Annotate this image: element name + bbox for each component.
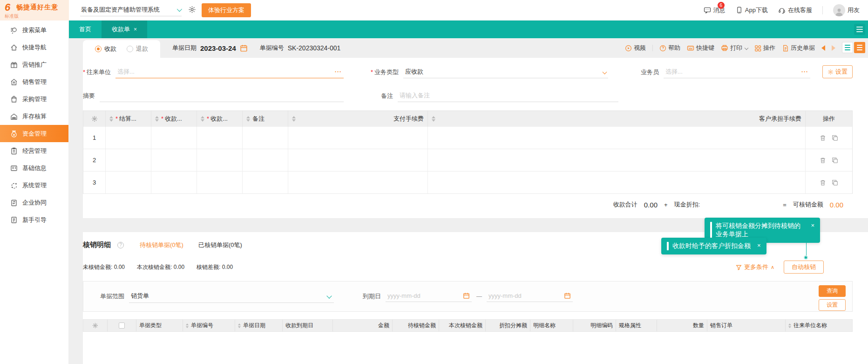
help-icon[interactable]: ? bbox=[117, 242, 124, 248]
sidebar-item-purchase[interactable]: 采购管理 bbox=[0, 90, 68, 108]
close-icon[interactable]: × bbox=[757, 242, 761, 249]
more-filters-link[interactable]: 更多条件 ∧ bbox=[736, 263, 774, 271]
print-button[interactable]: 打印 bbox=[721, 44, 748, 52]
cell[interactable] bbox=[428, 172, 806, 193]
select-all-checkbox[interactable] bbox=[119, 323, 125, 329]
sidebar-item-collaboration[interactable]: 企业协同 bbox=[0, 194, 68, 211]
sidebar-item-system[interactable]: 系统管理 bbox=[0, 177, 68, 194]
cell[interactable] bbox=[288, 172, 428, 193]
cell[interactable] bbox=[106, 149, 151, 171]
col-detail-code[interactable]: 明细编码 bbox=[573, 320, 616, 331]
cell[interactable] bbox=[288, 149, 428, 171]
tab-close-icon[interactable]: × bbox=[134, 26, 137, 33]
doc-date-value[interactable]: 2023-03-24 bbox=[200, 44, 236, 52]
sort-icon[interactable] bbox=[109, 116, 113, 122]
more-icon[interactable]: ··· bbox=[801, 69, 808, 75]
sidebar-item-beginner-guide[interactable]: 新手引导 bbox=[0, 211, 68, 228]
col-doc-no[interactable]: 单据编号 bbox=[183, 320, 235, 331]
col-doc-date[interactable]: 单据日期 bbox=[235, 320, 283, 331]
col-header-receipt-amount[interactable]: 收款... bbox=[197, 111, 243, 127]
col-header-payment-fee[interactable]: 支付手续费 bbox=[288, 111, 428, 127]
auto-writeoff-button[interactable]: 自动核销 bbox=[784, 261, 824, 274]
col-doc-type[interactable]: 单据类型 bbox=[136, 320, 183, 331]
col-sales-order[interactable]: 销售订单 bbox=[707, 320, 786, 331]
copy-row-icon[interactable] bbox=[832, 157, 838, 164]
col-header-settlement[interactable]: 结算... bbox=[106, 111, 151, 127]
calendar-icon[interactable] bbox=[463, 292, 470, 299]
table-row[interactable]: 3 bbox=[83, 172, 852, 194]
due-date-to-input[interactable]: yyyy-mm-dd bbox=[487, 291, 573, 302]
cell[interactable] bbox=[243, 172, 288, 193]
card-view-button[interactable] bbox=[854, 42, 865, 53]
col-amount[interactable]: 金额 bbox=[333, 320, 393, 331]
video-button[interactable]: 视频 bbox=[625, 44, 646, 52]
col-partner-name[interactable]: 往来单位名称 bbox=[786, 320, 852, 331]
cell[interactable] bbox=[106, 127, 151, 149]
table-row[interactable]: 1 bbox=[83, 127, 852, 149]
tab-pending-docs[interactable]: 待核销单据(0笔) bbox=[140, 241, 183, 249]
sort-icon[interactable] bbox=[788, 323, 791, 328]
query-button[interactable]: 查询 bbox=[819, 285, 846, 297]
sidebar-item-marketing[interactable]: 营销推广 bbox=[0, 56, 68, 73]
radio-receipt[interactable]: 收款 bbox=[95, 45, 116, 53]
sidebar-item-base-info[interactable]: 基础信息 bbox=[0, 159, 68, 177]
col-spec[interactable]: 规格属性 bbox=[616, 320, 657, 331]
sort-icon[interactable] bbox=[432, 116, 435, 122]
col-quantity[interactable]: 数量 bbox=[657, 320, 707, 331]
filter-settings-button[interactable]: 设置 bbox=[819, 299, 846, 311]
sidebar-item-search-menu[interactable]: 搜索菜单 bbox=[0, 21, 68, 39]
close-icon[interactable]: × bbox=[811, 222, 814, 229]
sidebar-item-sales[interactable]: 销售管理 bbox=[0, 73, 68, 90]
tab-home[interactable]: 首页 bbox=[69, 21, 102, 38]
copy-row-icon[interactable] bbox=[832, 135, 838, 141]
sort-icon[interactable] bbox=[238, 323, 241, 328]
doc-range-select[interactable]: 销货单 bbox=[129, 290, 334, 303]
sort-icon[interactable] bbox=[201, 116, 204, 122]
copy-row-icon[interactable] bbox=[832, 179, 838, 186]
user-menu[interactable]: 用友 bbox=[833, 4, 860, 16]
remark-input[interactable]: 请输入备注 bbox=[398, 90, 618, 102]
col-pending-amount[interactable]: 待核销金额 bbox=[393, 320, 439, 331]
calendar-icon[interactable] bbox=[240, 44, 248, 52]
sort-icon[interactable] bbox=[246, 116, 250, 122]
messages-button[interactable]: 消息 6 bbox=[704, 6, 726, 14]
history-docs-button[interactable]: 历史单据 bbox=[782, 44, 815, 52]
col-header-customer-fee[interactable]: 客户承担手续费 bbox=[428, 111, 806, 127]
cell[interactable] bbox=[428, 149, 806, 171]
col-header-receipt-account[interactable]: 收款... bbox=[151, 111, 197, 127]
sort-icon[interactable] bbox=[155, 116, 159, 122]
summary-input[interactable] bbox=[100, 92, 344, 102]
app-download-button[interactable]: App下载 bbox=[736, 6, 768, 14]
trial-solution-button[interactable]: 体验行业方案 bbox=[202, 3, 251, 17]
delete-row-icon[interactable] bbox=[820, 135, 826, 141]
col-discount-share[interactable]: 折扣分摊额 bbox=[486, 320, 530, 331]
salesman-input[interactable]: 选择... ··· bbox=[664, 67, 810, 78]
col-detail-name[interactable]: 明细名称 bbox=[530, 320, 573, 331]
hotkeys-button[interactable]: 快捷键 bbox=[687, 44, 714, 52]
help-button[interactable]: 帮助 bbox=[659, 44, 680, 52]
cell[interactable] bbox=[243, 149, 288, 171]
col-due-date[interactable]: 收款到期日 bbox=[283, 320, 333, 331]
sidebar-item-funds[interactable]: 资金管理 bbox=[0, 125, 68, 142]
more-icon[interactable]: ··· bbox=[335, 69, 342, 75]
sidebar-item-operations[interactable]: 经营管理 bbox=[0, 142, 68, 159]
system-select[interactable]: 装备及固定资产辅助管理系统 bbox=[80, 4, 182, 16]
delete-row-icon[interactable] bbox=[820, 179, 826, 186]
online-service-button[interactable]: 在线客服 bbox=[778, 6, 812, 14]
cell[interactable] bbox=[151, 127, 197, 149]
cell[interactable] bbox=[243, 127, 288, 149]
tab-list-button[interactable] bbox=[854, 24, 865, 35]
prev-arrow-button[interactable] bbox=[821, 45, 825, 51]
cell[interactable] bbox=[151, 149, 197, 171]
partner-input[interactable]: 选择... ··· bbox=[115, 67, 344, 78]
sidebar-item-inventory[interactable]: 库存核算 bbox=[0, 108, 68, 125]
cell[interactable] bbox=[197, 149, 243, 171]
radio-refund[interactable]: 退款 bbox=[127, 45, 148, 53]
sort-icon[interactable] bbox=[186, 323, 189, 328]
delete-row-icon[interactable] bbox=[820, 157, 826, 164]
cell[interactable] bbox=[106, 172, 151, 193]
tab-receipt-doc[interactable]: 收款单 × bbox=[102, 21, 147, 38]
col-current-amount[interactable]: 本次核销金额 bbox=[439, 320, 486, 331]
sort-icon[interactable] bbox=[292, 116, 296, 122]
cell[interactable] bbox=[428, 127, 806, 149]
